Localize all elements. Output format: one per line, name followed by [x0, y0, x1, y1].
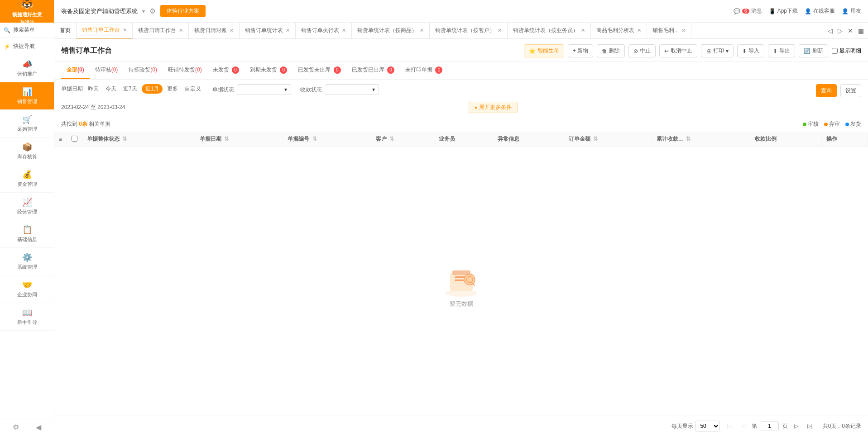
phone-icon: 📱 — [769, 8, 776, 14]
sidebar-item-purchase[interactable]: 🛒 采购管理 — [0, 110, 54, 137]
col-payment-sort[interactable]: ⇅ — [686, 136, 691, 142]
export-button[interactable]: ⬆ 导出 — [768, 44, 795, 57]
delete-button[interactable]: 🗑 删除 — [597, 44, 625, 57]
tab-close-goods-stats[interactable]: ✕ — [420, 28, 424, 33]
tab-close-sales-stats[interactable]: ✕ — [286, 28, 290, 33]
new-button[interactable]: + 新增 — [568, 44, 593, 57]
sidebar-item-basics[interactable]: 📋 基础信息 — [0, 220, 54, 248]
select-all-checkbox[interactable] — [72, 136, 77, 142]
tab-sales-margin[interactable]: 销售毛利... ✕ — [647, 23, 691, 39]
user-item[interactable]: 👤 用友 — [842, 7, 861, 15]
date-opt-yesterday[interactable]: 昨天 — [86, 84, 101, 94]
expand-conditions-btn[interactable]: ▾ 展开更多条件 — [469, 102, 518, 113]
col-number-sort[interactable]: ⇅ — [312, 136, 317, 142]
quick-nav[interactable]: ⚡ 快捷导航 — [0, 38, 54, 55]
tab-menu[interactable]: ▦ — [856, 26, 866, 35]
date-opt-custom[interactable]: 自定义 — [182, 84, 203, 94]
sub-tab-not-shipped[interactable]: 未发货 0 — [207, 62, 245, 79]
sidebar-item-cooperation[interactable]: 🤝 企业协同 — [0, 275, 54, 303]
payment-select[interactable]: ▾ — [325, 84, 379, 95]
col-date-sort[interactable]: ⇅ — [224, 136, 229, 142]
content-inner: 销售订单工作台 ⭐ 智能生单 + 新增 🗑 删除 ⊘ 中止 — [54, 39, 868, 436]
tab-sales-exec[interactable]: 销售订单执行表 ✕ — [296, 23, 352, 39]
tab-close-sales-exec[interactable]: ✕ — [342, 28, 346, 33]
tab-home[interactable]: 首页 — [54, 23, 77, 39]
tab-goods-stats[interactable]: 销货单统计表（按商品） ✕ — [352, 23, 430, 39]
tab-scroll-right[interactable]: ▷ — [836, 26, 844, 35]
smart-create-button[interactable]: ⭐ 智能生单 — [524, 44, 564, 57]
sidebar-item-sales[interactable]: 📊 销售管理 — [0, 82, 54, 110]
next-page-last[interactable]: ▷| — [805, 422, 815, 431]
sub-tab-shipped-not-out[interactable]: 已发货未出库 0 — [293, 62, 346, 79]
print-button[interactable]: 🖨 打印 ▾ — [701, 44, 734, 57]
prev-page[interactable]: ◁ — [739, 422, 748, 431]
app-download-item[interactable]: 📱 App下载 — [769, 7, 798, 15]
tab-close-sales-margin[interactable]: ✕ — [681, 28, 686, 33]
sub-tab-pending-audit[interactable]: 待审核(0) — [90, 62, 124, 79]
next-page[interactable]: ▷ — [791, 422, 801, 431]
tab-close-sales-workbench[interactable]: ✕ — [123, 27, 127, 33]
tab-close-all[interactable]: ✕ — [846, 26, 855, 35]
sidebar-item-finance[interactable]: 💰 资金管理 — [0, 165, 54, 193]
online-service-item[interactable]: 👤 在线客服 — [805, 7, 835, 15]
prev-page-first[interactable]: |◁ — [724, 422, 734, 431]
sidebar-item-operations[interactable]: 📈 经营管理 — [0, 193, 54, 220]
tab-close-cash-reconcile[interactable]: ✕ — [230, 28, 234, 33]
refresh-button[interactable]: 🔄 刷新 — [799, 44, 828, 57]
sidebar-label-basics: 基础信息 — [17, 236, 37, 243]
tab-margin-analysis[interactable]: 商品毛利分析表 ✕ — [591, 23, 647, 39]
show-detail-input[interactable] — [832, 48, 838, 54]
tab-close-customer-stats[interactable]: ✕ — [498, 28, 502, 33]
status-select[interactable]: ▾ — [237, 84, 291, 95]
cancel-stop-button[interactable]: ↩ 取消中止 — [659, 44, 697, 57]
tab-sales-stats[interactable]: 销售订单统计表 ✕ — [240, 23, 296, 39]
stop-button[interactable]: ⊘ 中止 — [628, 44, 656, 57]
tab-cash-daily[interactable]: 钱货日清工作台 ✕ — [133, 23, 189, 39]
import-button[interactable]: ⬇ 导入 — [737, 44, 764, 57]
tab-staff-stats[interactable]: 销货单统计表（按业务员） ✕ — [508, 23, 591, 39]
industry-solution-button[interactable]: 体验行业方案 — [160, 5, 206, 17]
date-opt-7days[interactable]: 近7天 — [121, 84, 139, 94]
per-page-select[interactable]: 10 20 50 100 — [695, 421, 720, 431]
sidebar-item-guide[interactable]: 📖 新手引导 — [0, 303, 54, 331]
page-input[interactable] — [761, 421, 779, 431]
search-button[interactable]: 查询 — [816, 84, 837, 97]
dropdown-arrow[interactable]: ▾ — [142, 8, 145, 14]
ship-action[interactable]: 发货 — [845, 120, 861, 128]
sub-tab-pending-pick[interactable]: 待拣验货(0) — [123, 62, 163, 79]
sidebar-item-inventory[interactable]: 📦 库存核算 — [0, 137, 54, 165]
col-customer-sort[interactable]: ⇅ — [389, 136, 394, 142]
print-icon: 🖨 — [706, 48, 711, 54]
payment-select-arrow: ▾ — [372, 86, 375, 93]
sub-tab-wangpu-ship[interactable]: 旺铺待发货(0) — [163, 62, 207, 79]
message-item[interactable]: 💬 6 消息 — [734, 7, 762, 15]
date-opt-1month[interactable]: 近1月 — [142, 84, 163, 94]
tab-sales-workbench[interactable]: 销售订单工作台 ✕ — [77, 23, 133, 39]
gear-icon[interactable]: ⚙ — [149, 7, 156, 15]
show-detail-checkbox[interactable]: 显示明细 — [832, 47, 861, 55]
tab-scroll-left[interactable]: ◁ — [826, 26, 834, 35]
collapse-icon[interactable]: ◀ — [36, 423, 41, 431]
audit-action[interactable]: 审核 — [803, 120, 819, 128]
setting-button[interactable]: 设置 — [840, 84, 861, 97]
sub-tab-overdue-ship[interactable]: 到期未发货 0 — [245, 62, 293, 79]
sidebar-item-marketing[interactable]: 📣 营销推广 — [0, 55, 54, 82]
page-title: 销售订单工作台 — [61, 46, 112, 56]
sub-tab-shipped-out[interactable]: 已发货已出库 0 — [346, 62, 400, 79]
date-opt-today[interactable]: 今天 — [103, 84, 119, 94]
col-exception: 异常信息 — [493, 132, 564, 147]
col-status-sort[interactable]: ⇅ — [122, 136, 127, 142]
col-amount-sort[interactable]: ⇅ — [593, 136, 598, 142]
sub-tab-all[interactable]: 全部(0) — [61, 62, 90, 79]
tab-close-margin-analysis[interactable]: ✕ — [637, 28, 641, 33]
settings-icon[interactable]: ⚙ — [13, 423, 19, 431]
tab-close-cash-daily[interactable]: ✕ — [179, 28, 183, 33]
page-header: 销售订单工作台 ⭐ 智能生单 + 新增 🗑 删除 ⊘ 中止 — [54, 39, 868, 62]
date-opt-more[interactable]: 更多 — [165, 84, 180, 94]
cancel-audit-action[interactable]: 弃审 — [824, 120, 840, 128]
tab-customer-stats[interactable]: 销货单统计表（按客户） ✕ — [430, 23, 508, 39]
tab-cash-reconcile[interactable]: 钱货日清对账 ✕ — [189, 23, 240, 39]
sub-tab-not-printed[interactable]: 未打印单据 0 — [400, 62, 448, 79]
tab-close-staff-stats[interactable]: ✕ — [581, 28, 585, 33]
sidebar-item-system[interactable]: ⚙️ 系统管理 — [0, 248, 54, 275]
